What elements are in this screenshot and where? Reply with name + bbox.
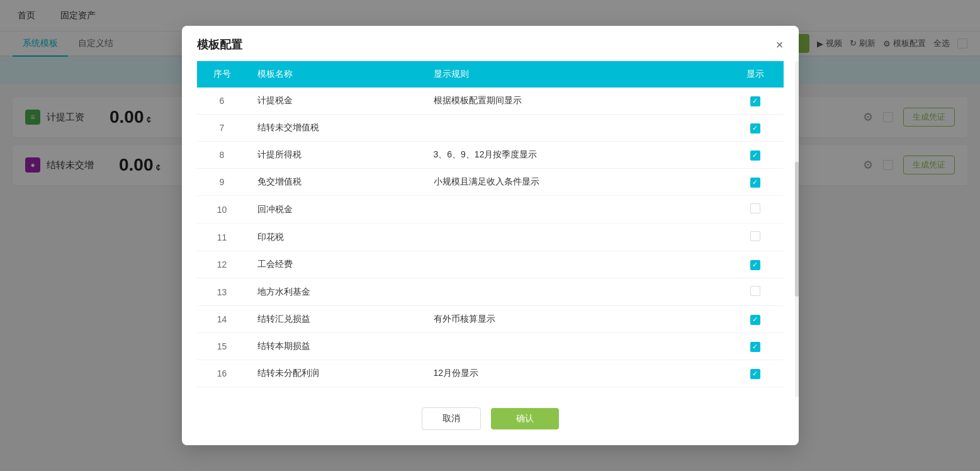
col-header-index: 序号 (197, 61, 247, 88)
row-checkbox-cell: ✓ (727, 306, 784, 333)
table-row: 12工会经费✓ (197, 251, 784, 278)
row-name: 免交增值税 (247, 169, 424, 196)
row-rule: 小规模且满足收入条件显示 (424, 169, 727, 196)
modal-header: 模板配置 × (182, 26, 799, 61)
row-rule: 12月份显示 (424, 360, 727, 387)
row-name: 回冲税金 (247, 196, 424, 224)
row-rule: 3、6、9、12月按季度显示 (424, 142, 727, 169)
row-name: 结转未交增值税 (247, 115, 424, 142)
row-rule (424, 333, 727, 360)
row-rule: 有外币核算显示 (424, 306, 727, 333)
row-checkbox-cell: ✓ (727, 115, 784, 142)
modal-title: 模板配置 (197, 37, 242, 52)
row-checkbox-15[interactable]: ✓ (750, 342, 760, 352)
row-rule (424, 251, 727, 278)
row-checkbox-cell: ✓ (727, 360, 784, 387)
row-checkbox-cell: ✓ (727, 251, 784, 278)
row-checkbox-cell: ✓ (727, 142, 784, 169)
row-name: 工会经费 (247, 251, 424, 278)
row-checkbox-6[interactable]: ✓ (750, 96, 760, 106)
row-checkbox-cell (727, 224, 784, 251)
table-row: 9免交增值税小规模且满足收入条件显示✓ (197, 169, 784, 196)
row-name: 计提所得税 (247, 142, 424, 169)
table-row: 8计提所得税3、6、9、12月按季度显示✓ (197, 142, 784, 169)
scrollbar-thumb[interactable] (795, 162, 799, 297)
scrollbar-track (795, 61, 799, 397)
row-checkbox-14[interactable]: ✓ (750, 315, 760, 325)
table-row: 10回冲税金 (197, 196, 784, 224)
modal-footer: 取消 确认 (182, 397, 799, 445)
row-name: 计提税金 (247, 88, 424, 115)
row-checkbox-10[interactable] (750, 203, 760, 213)
table-row: 13地方水利基金 (197, 278, 784, 306)
row-name: 结转未分配利润 (247, 360, 424, 387)
table-row: 11印花税 (197, 224, 784, 251)
row-rule (424, 196, 727, 224)
row-checkbox-cell (727, 278, 784, 306)
row-name: 结转本期损益 (247, 333, 424, 360)
modal-overlay: 模板配置 × 序号 模板名称 显示规则 显示 6计提税金根据模板配置期间显示✓7… (0, 0, 980, 471)
table-row: 16结转未分配利润12月份显示✓ (197, 360, 784, 387)
table-row: 14结转汇兑损益有外币核算显示✓ (197, 306, 784, 333)
modal-template-config: 模板配置 × 序号 模板名称 显示规则 显示 6计提税金根据模板配置期间显示✓7… (182, 26, 799, 445)
confirm-button[interactable]: 确认 (491, 408, 559, 429)
row-rule: 根据模板配置期间显示 (424, 88, 727, 115)
row-rule (424, 224, 727, 251)
row-checkbox-9[interactable]: ✓ (750, 178, 760, 188)
table-row: 15结转本期损益✓ (197, 333, 784, 360)
table-row: 7结转未交增值税✓ (197, 115, 784, 142)
col-header-show: 显示 (727, 61, 784, 88)
row-name: 印花税 (247, 224, 424, 251)
row-checkbox-11[interactable] (750, 231, 760, 241)
row-checkbox-7[interactable]: ✓ (750, 123, 760, 133)
row-index: 11 (197, 224, 247, 251)
row-index: 9 (197, 169, 247, 196)
row-checkbox-cell: ✓ (727, 169, 784, 196)
row-name: 结转汇兑损益 (247, 306, 424, 333)
row-checkbox-cell: ✓ (727, 333, 784, 360)
cancel-button[interactable]: 取消 (422, 407, 481, 430)
col-header-name: 模板名称 (247, 61, 424, 88)
row-index: 6 (197, 88, 247, 115)
table-row: 6计提税金根据模板配置期间显示✓ (197, 88, 784, 115)
row-checkbox-cell (727, 196, 784, 224)
row-rule (424, 278, 727, 306)
row-index: 16 (197, 360, 247, 387)
row-index: 13 (197, 278, 247, 306)
row-checkbox-8[interactable]: ✓ (750, 150, 760, 161)
row-checkbox-12[interactable]: ✓ (750, 260, 760, 270)
row-index: 8 (197, 142, 247, 169)
row-index: 12 (197, 251, 247, 278)
row-index: 14 (197, 306, 247, 333)
modal-close-button[interactable]: × (776, 38, 784, 51)
row-rule (424, 115, 727, 142)
modal-body: 序号 模板名称 显示规则 显示 6计提税金根据模板配置期间显示✓7结转未交增值税… (182, 61, 799, 397)
row-checkbox-cell: ✓ (727, 88, 784, 115)
row-checkbox-16[interactable]: ✓ (750, 369, 760, 379)
row-index: 10 (197, 196, 247, 224)
row-index: 15 (197, 333, 247, 360)
row-checkbox-13[interactable] (750, 286, 760, 296)
row-name: 地方水利基金 (247, 278, 424, 306)
col-header-rule: 显示规则 (424, 61, 727, 88)
config-table: 序号 模板名称 显示规则 显示 6计提税金根据模板配置期间显示✓7结转未交增值税… (197, 61, 784, 387)
row-index: 7 (197, 115, 247, 142)
